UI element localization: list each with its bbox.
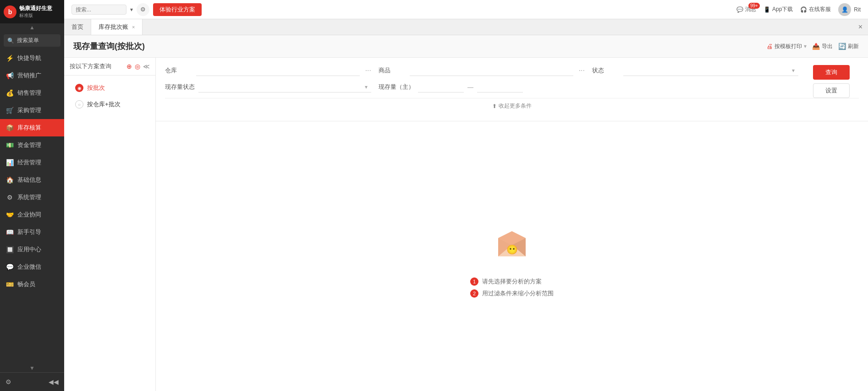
experience-btn[interactable]: 体验行业方案 [153,3,202,16]
warehouse-filter-input[interactable] [196,65,360,76]
product-dots-btn[interactable]: ··· [579,66,585,75]
export-btn[interactable]: 📤 导出 [812,43,833,50]
product-filter-input[interactable] [410,65,573,76]
collapse-footer-btn[interactable]: ◀◀ [47,376,60,387]
sidebar-item-guide[interactable]: 📖 新手引导 [0,223,64,241]
status-dropdown-arrow: ▾ [792,67,795,74]
print-btn[interactable]: 🖨 按模板打印 ▾ [766,43,807,50]
inv-qty-label: 现存量（主） [379,83,414,91]
panel-collapse-icon[interactable]: ≪ [143,63,150,70]
topbar-search-input[interactable] [71,5,126,15]
panel-list: ◉ 按批次 ○ 按仓库+批次 [64,76,155,391]
messages-btn[interactable]: 💬 消息 99+ [736,5,756,13]
tab-home-label: 首页 [71,23,83,31]
search-menu-button[interactable]: 🔍 搜索菜单 [4,34,60,47]
print-dropdown-icon: ▾ [804,43,807,49]
filter-collapse-btn[interactable]: ⬆ 收起更多条件 [165,98,859,114]
print-label: 按模板打印 [775,43,802,50]
sidebar-item-app-center[interactable]: 🔲 应用中心 [0,241,64,258]
online-service-label: 在线客服 [809,5,831,13]
sidebar-item-quick-nav[interactable]: ⚡ 快捷导航 [0,49,64,67]
messages-badge: 99+ [748,3,760,9]
by-warehouse-batch-label: 按仓库+批次 [87,100,121,109]
topbar-settings-btn[interactable]: ⚙ [137,3,149,16]
app-edition: 标准版 [19,12,52,19]
online-service-btn[interactable]: 🎧 在线客服 [800,5,831,13]
tab-close-icon[interactable]: × [132,24,135,30]
by-batch-label: 按批次 [87,84,105,92]
tip-number-1: 1 [470,277,478,286]
add-scheme-icon[interactable]: ⊕ [126,63,132,70]
settings-footer-btn[interactable]: ⚙ [4,376,13,387]
print-icon: 🖨 [766,43,773,50]
filter-inventory-status: 现存量状态 ▾ [165,82,371,92]
scroll-up-btn[interactable]: ▲ [0,23,64,32]
page-header: 现存量查询(按批次) 🖨 按模板打印 ▾ 📤 导出 🔄 刷新 [64,35,868,58]
panel-item-by-warehouse-batch[interactable]: ○ 按仓库+批次 [68,97,152,112]
sidebar-item-member[interactable]: 🎫 畅会员 [0,276,64,293]
left-panel: 按以下方案查询 ⊕ ◎ ≪ ◉ 按批次 [64,58,156,391]
avatar[interactable]: 👤 [838,3,851,16]
by-warehouse-batch-icon: ○ [75,100,83,109]
right-panel: 仓库 ··· 商品 ··· 状态 [156,58,868,391]
topbar-dropdown-btn[interactable]: ▾ [130,6,133,13]
search-menu-item[interactable]: 🔍 搜索菜单 [0,32,64,49]
sidebar-item-cooperation[interactable]: 🤝 企业协同 [0,206,64,223]
sidebar-item-system[interactable]: ⚙ 系统管理 [0,189,64,206]
sales-label: 销售管理 [17,89,41,97]
app-download-btn[interactable]: 📱 App下载 [764,5,793,13]
wechat-label: 企业微信 [17,263,41,271]
scroll-down-btn[interactable]: ▼ [0,364,64,372]
phone-icon: 📱 [764,6,770,13]
gear-icon: ⚙ [140,6,146,13]
search-menu-label: 搜索菜单 [17,37,39,44]
tab-home[interactable]: 首页 [64,19,91,35]
query-btn[interactable]: 查询 [813,65,850,80]
wechat-icon: 💬 [5,263,14,271]
user-area[interactable]: 👤 Rit [838,3,861,16]
inv-status-dropdown[interactable]: ▾ [198,82,371,92]
inv-qty-range: — [418,81,585,92]
tabbar-close-btn[interactable]: × [853,23,868,31]
sidebar-item-basic[interactable]: 🏠 基础信息 [0,171,64,189]
sidebar-item-sales[interactable]: 💰 销售管理 [0,84,64,102]
tab-inventory-batch[interactable]: 库存批次账 × [91,19,143,35]
system-label: 系统管理 [17,193,41,201]
empty-tip-2: 2 用过滤条件来缩小分析范围 [470,289,554,298]
warehouse-dots-btn[interactable]: ··· [365,66,371,75]
app-center-icon: 🔲 [5,245,14,254]
empty-svg: 😶 [484,215,539,270]
page-actions: 🖨 按模板打印 ▾ 📤 导出 🔄 刷新 [766,43,859,50]
topbar-right: 💬 消息 99+ 📱 App下载 🎧 在线客服 👤 Rit [736,3,861,16]
app-title-group: 畅康通好生意 标准版 [19,5,52,19]
quick-nav-label: 快捷导航 [17,54,41,62]
sidebar-item-finance[interactable]: 💵 资金管理 [0,136,64,154]
tab-inventory-batch-label: 库存批次账 [99,23,128,31]
collapse-up-icon: ⬆ [492,103,497,109]
refresh-btn[interactable]: 🔄 刷新 [838,43,859,50]
inv-qty-from-input[interactable] [418,81,464,92]
inv-qty-to-input[interactable] [477,81,523,92]
sidebar-item-wechat[interactable]: 💬 企业微信 [0,258,64,276]
sidebar-item-inventory[interactable]: 📦 库存核算 [0,119,64,136]
filter-status: 状态 ▾ [592,65,798,76]
sidebar: b 畅康通好生意 标准版 ▲ 🔍 搜索菜单 ⚡ 快捷导航 📢 营销推广 💰 销售… [0,0,64,391]
empty-state: 😶 1 请先选择要分析的方案 2 用过滤条件来缩小分析范围 [156,121,868,391]
status-filter-dropdown[interactable]: ▾ [623,65,798,76]
finance-icon: 💵 [5,141,14,149]
sidebar-item-operations[interactable]: 📊 经营管理 [0,154,64,171]
message-icon: 💬 [736,6,743,13]
app-logo: b [4,5,16,18]
filter-product: 商品 ··· [379,65,585,76]
panel-header: 按以下方案查询 ⊕ ◎ ≪ [64,58,155,76]
tip-number-2: 2 [470,289,478,298]
main-area: ▾ ⚙ 体验行业方案 💬 消息 99+ 📱 App下载 🎧 在线客服 👤 [64,0,868,391]
app-center-label: 应用中心 [17,245,41,254]
panel-item-by-batch[interactable]: ◉ 按批次 [68,80,152,96]
sidebar-item-purchase[interactable]: 🛒 采购管理 [0,102,64,119]
sidebar-item-marketing[interactable]: 📢 营销推广 [0,67,64,84]
scheme-settings-icon[interactable]: ◎ [135,63,140,70]
operations-label: 经营管理 [17,158,41,167]
filter-settings-btn[interactable]: 设置 [813,83,850,98]
member-label: 畅会员 [17,280,35,288]
